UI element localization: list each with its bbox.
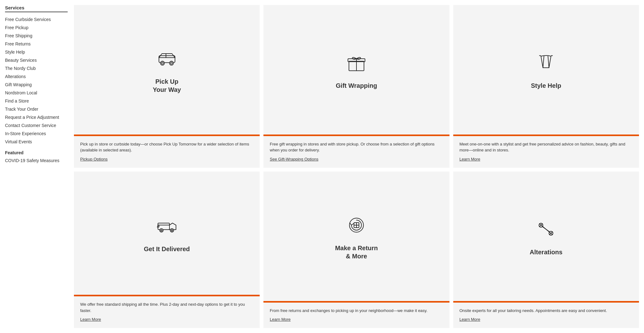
card-returns: Make a Return& More From free returns an… <box>263 172 449 328</box>
svg-point-3 <box>169 61 174 65</box>
card-description: We offer free standard shipping all the … <box>80 301 253 314</box>
sidebar-featured-item[interactable]: COVID-19 Safety Measures <box>5 156 68 165</box>
card-bottom: Meet one-on-one with a stylist and get f… <box>453 136 639 168</box>
alterations-icon <box>536 219 556 242</box>
svg-point-14 <box>159 229 163 232</box>
svg-line-28 <box>540 224 553 235</box>
svg-line-10 <box>543 56 544 68</box>
main-content: Pick UpYour Way Pick up in store or curb… <box>74 5 639 328</box>
card-description: Onsite experts for all your tailoring ne… <box>460 308 633 314</box>
sidebar-item[interactable]: In-Store Experiences <box>5 130 68 138</box>
svg-point-16 <box>170 229 174 232</box>
card-bottom: Onsite experts for all your tailoring ne… <box>453 303 639 328</box>
sidebar-item[interactable]: Track Your Order <box>5 105 68 113</box>
card-description: Meet one-on-one with a stylist and get f… <box>460 141 633 153</box>
sidebar-item[interactable]: Request a Price Adjustment <box>5 113 68 121</box>
card-top: Get It Delivered <box>74 172 260 295</box>
card-link-returns[interactable]: Learn More <box>270 317 290 322</box>
sidebar-item[interactable]: Find a Store <box>5 97 68 105</box>
card-description: From free returns and exchanges to picki… <box>270 308 443 314</box>
sidebar-item[interactable]: Contact Customer Service <box>5 121 68 130</box>
sidebar-item[interactable]: Style Help <box>5 48 68 56</box>
style-help-icon <box>536 53 556 75</box>
card-bottom: From free returns and exchanges to picki… <box>263 303 449 328</box>
card-top: Make a Return& More <box>263 172 449 301</box>
sidebar-item[interactable]: Virtual Events <box>5 138 68 146</box>
sidebar-featured-items: COVID-19 Safety Measures <box>5 156 68 165</box>
card-description: Free gift wrapping in stores and with st… <box>270 141 443 153</box>
sidebar-item[interactable]: Free Returns <box>5 40 68 48</box>
card-title: Alterations <box>530 248 562 256</box>
card-alterations: Alterations Onsite experts for all your … <box>453 172 639 328</box>
card-bottom: We offer free standard shipping all the … <box>74 296 260 328</box>
card-bottom: Free gift wrapping in stores and with st… <box>263 136 449 168</box>
sidebar-item[interactable]: Alterations <box>5 72 68 81</box>
pickup-icon <box>157 49 177 71</box>
card-title: Make a Return& More <box>335 244 378 260</box>
card-top: Alterations <box>453 172 639 301</box>
card-title: Style Help <box>531 82 561 90</box>
sidebar-item[interactable]: Nordstrom Local <box>5 89 68 97</box>
sidebar-item[interactable]: Free Curbside Services <box>5 15 68 24</box>
card-link-style-help[interactable]: Learn More <box>460 157 480 161</box>
sidebar: Services Free Curbside ServicesFree Pick… <box>5 5 74 328</box>
svg-rect-12 <box>158 223 169 230</box>
card-delivery: Get It Delivered We offer free standard … <box>74 172 260 328</box>
card-top: Gift Wrapping <box>263 5 449 135</box>
gift-wrapping-icon <box>346 53 366 75</box>
sidebar-item[interactable]: Beauty Services <box>5 56 68 64</box>
card-description: Pick up in store or curbside today—or ch… <box>80 141 253 153</box>
svg-point-1 <box>160 61 164 65</box>
sidebar-title: Services <box>5 5 68 12</box>
card-gift-wrapping: Gift Wrapping Free gift wrapping in stor… <box>263 5 449 168</box>
card-link-gift-wrapping[interactable]: See Gift-Wrapping Options <box>270 157 318 161</box>
sidebar-item[interactable]: Free Pickup <box>5 24 68 32</box>
card-link-delivery[interactable]: Learn More <box>80 317 101 322</box>
sidebar-nav-items: Free Curbside ServicesFree PickupFree Sh… <box>5 15 68 146</box>
page-wrapper: Services Free Curbside ServicesFree Pick… <box>0 0 644 333</box>
card-style-help: Style Help Meet one-on-one with a stylis… <box>453 5 639 168</box>
card-title: Gift Wrapping <box>336 82 377 90</box>
delivery-icon <box>157 216 177 239</box>
card-link-pickup[interactable]: Pickup Options <box>80 157 107 161</box>
svg-line-11 <box>548 56 549 68</box>
card-pickup: Pick UpYour Way Pick up in store or curb… <box>74 5 260 168</box>
card-top: Pick UpYour Way <box>74 5 260 135</box>
card-title: Pick UpYour Way <box>153 77 181 94</box>
sidebar-featured-title: Featured <box>5 150 68 155</box>
card-bottom: Pick up in store or curbside today—or ch… <box>74 136 260 168</box>
sidebar-item[interactable]: Gift Wrapping <box>5 81 68 89</box>
returns-icon <box>346 215 366 238</box>
card-title: Get It Delivered <box>144 245 190 253</box>
card-link-alterations[interactable]: Learn More <box>460 317 480 322</box>
sidebar-item[interactable]: The Nordy Club <box>5 64 68 72</box>
sidebar-item[interactable]: Free Shipping <box>5 32 68 40</box>
card-top: Style Help <box>453 5 639 135</box>
